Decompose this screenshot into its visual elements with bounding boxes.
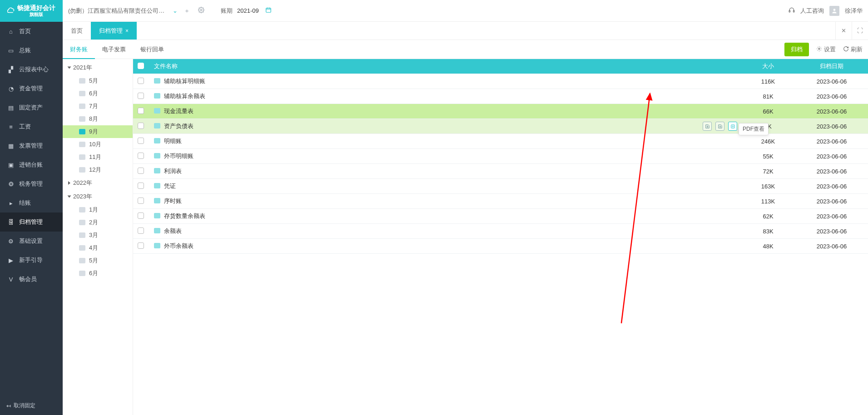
row-checkbox[interactable] <box>133 149 149 164</box>
archive-icon: 🗄 <box>7 218 15 226</box>
sidebar-item-asset[interactable]: ▤固定资产 <box>0 98 63 117</box>
sidebar-item-psi[interactable]: ▣进销台账 <box>0 155 63 174</box>
sidebar-item-home[interactable]: ⌂首页 <box>0 22 63 41</box>
subtab-0[interactable]: 财务账 <box>63 40 95 59</box>
sidebar-item-vip[interactable]: V畅会员 <box>0 270 63 289</box>
sidebar-item-tax[interactable]: ❂税务管理 <box>0 174 63 193</box>
row-checkbox[interactable] <box>133 194 149 209</box>
tree-month[interactable]: 8月 <box>63 113 133 125</box>
tree-year[interactable]: 2023年 <box>63 190 133 203</box>
add-icon[interactable]: ＋ <box>182 5 192 17</box>
cell-size: 48K <box>741 239 795 254</box>
fullscreen-icon[interactable]: ⛶ <box>852 22 868 40</box>
tree-month[interactable]: 3月 <box>63 229 133 242</box>
sidebar-item-archive[interactable]: 🗄归档管理 <box>0 212 63 232</box>
folder-icon <box>154 138 160 143</box>
table-row[interactable]: 资产负债表PDF查看1K2023-06-06 <box>133 119 868 134</box>
table-row[interactable]: 明细账246K2023-06-06 <box>133 134 868 149</box>
row-checkbox[interactable] <box>133 134 149 149</box>
table-row[interactable]: 现金流量表66K2023-06-06 <box>133 104 868 119</box>
sidebar-item-fund[interactable]: ◔资金管理 <box>0 79 63 98</box>
folder-icon <box>79 220 85 225</box>
tree-month[interactable]: 12月 <box>63 163 133 176</box>
sidebar-item-close[interactable]: ▸结账 <box>0 193 63 212</box>
user-name[interactable]: 徐泽华 <box>845 7 863 15</box>
table-row[interactable]: 存货数量余额表62K2023-06-06 <box>133 209 868 224</box>
company-selector[interactable]: (勿删）江西服宝精品有限责任公司（... <box>68 7 168 15</box>
row-checkbox[interactable] <box>133 104 149 119</box>
folder-icon <box>79 245 85 251</box>
consult-link[interactable]: 人工咨询 <box>800 7 824 15</box>
avatar[interactable] <box>829 6 839 16</box>
row-checkbox[interactable] <box>133 89 149 104</box>
subtab-2[interactable]: 银行回单 <box>133 40 171 59</box>
table-row[interactable]: 利润表72K2023-06-06 <box>133 164 868 179</box>
row-checkbox[interactable] <box>133 164 149 179</box>
tree-month[interactable]: 7月 <box>63 100 133 113</box>
calendar-icon[interactable] <box>263 5 273 16</box>
folder-icon <box>79 104 85 109</box>
sidebar-item-report[interactable]: ▞云报表中心 <box>0 60 63 79</box>
tree-month[interactable]: 10月 <box>63 138 133 151</box>
archive-button[interactable]: 归档 <box>784 43 809 56</box>
row-checkbox[interactable] <box>133 179 149 194</box>
row-actions: PDF查看 <box>703 119 741 133</box>
sidebar-unpin[interactable]: ↤ 取消固定 <box>0 396 63 415</box>
table-row[interactable]: 序时账113K2023-06-06 <box>133 194 868 209</box>
brand-edition: 旗舰版 <box>17 11 55 18</box>
tree-month[interactable]: 5月 <box>63 74 133 87</box>
folder-icon <box>154 93 160 99</box>
pdf-view-icon[interactable]: PDF查看 <box>728 122 737 131</box>
tabs-close-button[interactable]: ✕ <box>835 22 852 40</box>
refresh-link[interactable]: 刷新 <box>843 45 863 54</box>
tree-year[interactable]: 2021年 <box>63 61 133 74</box>
month-label: 11月 <box>89 153 101 161</box>
folder-icon <box>154 123 160 128</box>
svg-point-4 <box>833 9 836 11</box>
table-row[interactable]: 辅助核算余额表81K2023-06-06 <box>133 89 868 104</box>
tab-home[interactable]: 首页 <box>63 22 91 40</box>
tree-month[interactable]: 6月 <box>63 87 133 100</box>
tree-month[interactable]: 5月 <box>63 254 133 267</box>
row-checkbox[interactable] <box>133 224 149 239</box>
tree-month[interactable]: 2月 <box>63 216 133 229</box>
tree-month[interactable]: 1月 <box>63 203 133 216</box>
table-row[interactable]: 辅助核算明细账116K2023-06-06 <box>133 74 868 89</box>
table-row[interactable]: 外币余额表48K2023-06-06 <box>133 239 868 254</box>
row-checkbox[interactable] <box>133 239 149 254</box>
table-row[interactable]: 余额表83K2023-06-06 <box>133 224 868 239</box>
close-icon[interactable]: × <box>125 28 129 34</box>
table-row[interactable]: 外币明细账55K2023-06-06 <box>133 149 868 164</box>
psi-icon: ▣ <box>7 161 15 168</box>
tree-year[interactable]: 2022年 <box>63 176 133 190</box>
headset-icon[interactable] <box>789 7 795 15</box>
invoice-icon: ▦ <box>7 142 15 149</box>
sidebar-item-salary[interactable]: ≡工资 <box>0 117 63 136</box>
table-row[interactable]: 凭证163K2023-06-06 <box>133 179 868 194</box>
download-excel-icon[interactable] <box>703 122 712 131</box>
tree-month[interactable]: 4月 <box>63 242 133 254</box>
sidebar-item-ledger[interactable]: ▭总账 <box>0 41 63 60</box>
sidebar-item-setting[interactable]: ⚙基础设置 <box>0 232 63 251</box>
row-checkbox[interactable] <box>133 119 149 134</box>
header-checkbox[interactable] <box>133 59 149 74</box>
svg-rect-6 <box>731 124 734 128</box>
gear-icon[interactable] <box>196 5 206 16</box>
settings-link[interactable]: 设置 <box>816 45 836 54</box>
row-checkbox[interactable] <box>133 74 149 89</box>
tree-month[interactable]: 6月 <box>63 267 133 280</box>
tree-month[interactable]: 11月 <box>63 151 133 163</box>
row-checkbox[interactable] <box>133 209 149 224</box>
tab-archive[interactable]: 归档管理 × <box>91 22 137 40</box>
period-value[interactable]: 2021-09 <box>237 7 259 14</box>
folder-icon <box>79 142 85 147</box>
cell-size: 81K <box>741 89 795 104</box>
guide-icon: ▶ <box>7 257 15 264</box>
sidebar-item-guide[interactable]: ▶新手引导 <box>0 251 63 270</box>
chevron-down-icon[interactable]: ⌄ <box>173 7 178 14</box>
tree-month[interactable]: 9月 <box>63 125 133 138</box>
subtab-1[interactable]: 电子发票 <box>95 40 133 59</box>
sidebar-item-invoice[interactable]: ▦发票管理 <box>0 136 63 155</box>
download-pdf-icon[interactable] <box>715 122 724 131</box>
caret-icon <box>68 196 71 198</box>
